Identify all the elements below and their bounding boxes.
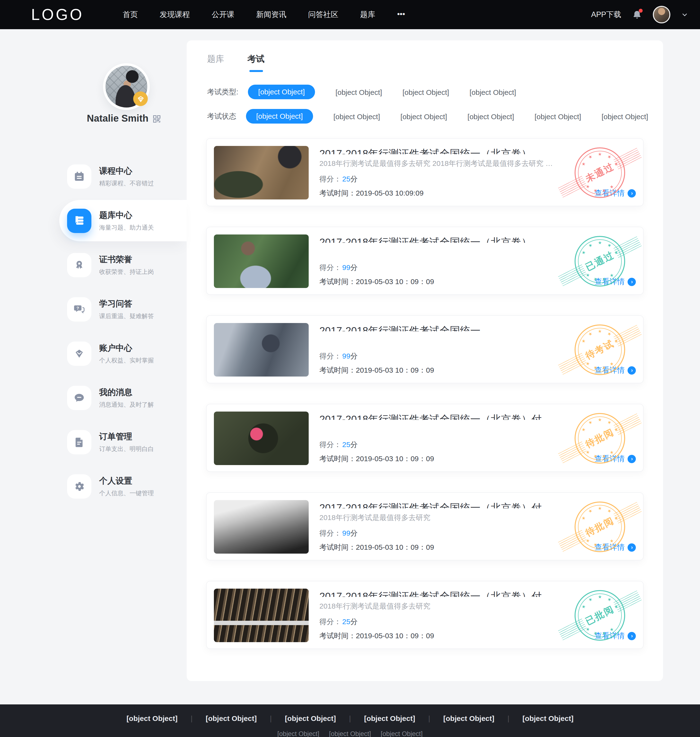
view-details-link[interactable]: 查看详情 › (594, 454, 636, 464)
score-value: 25 (342, 440, 350, 448)
arrow-right-icon: › (628, 189, 636, 198)
tab-exam[interactable]: 考试 (247, 53, 265, 72)
sidebar-item-question-bank[interactable]: 题库中心 海量习题、助力通关 (61, 199, 187, 243)
view-details-label: 查看详情 (594, 631, 625, 641)
exam-thumbnail (214, 234, 309, 288)
filter-option[interactable]: [object Object] (246, 109, 313, 124)
main-panel: 题库 考试 考试类型: [object Object] [object Obje… (187, 40, 663, 681)
sidebar-item-label: 证书荣誉 (99, 254, 154, 265)
sidebar-item-label: 账户中心 (99, 342, 154, 354)
view-details-link[interactable]: 查看详情 › (594, 631, 636, 641)
filter-option[interactable]: [object Object] (534, 112, 581, 120)
filter-option[interactable]: [object Object] (334, 112, 380, 120)
nav-item[interactable]: 题库 (360, 9, 375, 20)
sidebar-item-sublabel: 订单支出、明明白白 (99, 445, 154, 453)
nav-item[interactable]: 首页 (123, 9, 138, 20)
chevron-down-icon[interactable] (681, 11, 688, 18)
score-value: 99 (342, 352, 350, 360)
app-download-link[interactable]: APP下载 (591, 9, 621, 20)
notification-bell-icon[interactable] (632, 9, 642, 20)
footer-link[interactable]: [object Object] (415, 714, 494, 722)
footer-link[interactable]: [object Object] (494, 714, 574, 722)
sidebar-item-sublabel: 个人权益、实时掌握 (99, 356, 154, 365)
nav-item[interactable]: 新闻资讯 (256, 9, 286, 20)
view-details-link[interactable]: 查看详情 › (594, 188, 636, 199)
svg-text:?: ? (76, 306, 79, 310)
sidebar-item-certificates[interactable]: 证书荣誉 收获荣誉、持证上岗 (61, 243, 187, 287)
score-suffix: 分 (350, 175, 357, 183)
sidebar-item-sublabel: 海量习题、助力通关 (99, 224, 154, 232)
top-nav: LOGO 首页 发现课程 公开课 新闻资讯 问答社区 题库 ••• APP下载 (0, 0, 700, 29)
exam-time-row: 考试时间：2019-05-03 10：09：09 (319, 631, 434, 641)
sidebar-item-sublabel: 收获荣誉、持证上岗 (99, 268, 154, 276)
footer-links: [object Object] [object Object] [object … (126, 714, 574, 722)
exam-card: 2017-2018年行测证件考试全国统一（北京卷） 得分：99分 考试时间：20… (206, 227, 644, 295)
view-details-link[interactable]: 查看详情 › (594, 277, 636, 287)
sidebar-item-label: 题库中心 (99, 209, 154, 221)
score-label: 得分： (319, 263, 341, 271)
filter-option[interactable]: [object Object] (469, 88, 516, 96)
qr-code-icon[interactable] (153, 115, 161, 123)
filter-option[interactable]: [object Object] (601, 112, 648, 120)
nav-item[interactable]: 公开课 (212, 9, 234, 20)
exam-time-row: 考试时间：2019-05-03 10:09:09 (319, 189, 424, 198)
arrow-right-icon: › (628, 543, 636, 552)
filter-option[interactable]: [object Object] (403, 88, 449, 96)
nav-menu: 首页 发现课程 公开课 新闻资讯 问答社区 题库 ••• (123, 9, 405, 20)
exam-description: 2018年行测考试是最值得多去研究 (319, 602, 636, 610)
view-details-label: 查看详情 (594, 277, 625, 287)
sidebar-menu: 课程中心 精彩课程、不容错过 题库中心 海量习题、助力通关 (61, 154, 187, 509)
tab-question-bank[interactable]: 题库 (207, 53, 224, 72)
gap-strip (0, 693, 700, 705)
exam-status-filter-row: 考试状态 [object Object] [object Object] [ob… (207, 109, 663, 124)
exam-card: 2017-2018年行测证件考试全国统一（北京卷）付费批卷 得分：25分 考试时… (206, 404, 644, 472)
score-value: 25 (342, 617, 350, 626)
exam-card: 2017-2018年行测证件考试全国统一（北京卷）付费批卷 2018年行测考试是… (206, 492, 644, 560)
exam-title: 2017-2018年行测证件考试全国统一 (319, 324, 636, 331)
exam-thumbnail (214, 323, 309, 376)
active-tab-indicator (249, 70, 263, 72)
sidebar-item-messages[interactable]: 我的消息 消息通知、及时了解 (61, 376, 187, 420)
view-details-link[interactable]: 查看详情 › (594, 542, 636, 553)
exam-title: 2017-2018年行测证件考试全国统一（北京卷） (319, 147, 636, 154)
user-avatar[interactable] (653, 6, 671, 24)
footer-link[interactable]: [object Object] (178, 714, 257, 722)
filter-option[interactable]: [object Object] (335, 88, 382, 96)
sidebar-item-account[interactable]: 账户中心 个人权益、实时掌握 (61, 331, 187, 376)
exam-time-label: 考试时间： (319, 366, 356, 374)
view-details-link[interactable]: 查看详情 › (594, 366, 636, 376)
sidebar-item-orders[interactable]: 订单管理 订单支出、明明白白 (61, 420, 187, 464)
page: LOGO 首页 发现课程 公开课 新闻资讯 问答社区 题库 ••• APP下载 (0, 0, 700, 737)
nav-item[interactable]: 发现课程 (160, 9, 190, 20)
exam-description (319, 336, 636, 345)
filter-option[interactable]: [object Object] (248, 85, 315, 99)
sidebar-item-settings[interactable]: 个人设置 个人信息、一键管理 (61, 464, 187, 509)
exam-card: 2017-2018年行测证件考试全国统一（北京卷）付费批卷 2018年行测考试是… (206, 581, 644, 649)
profile-name: Natalie Smith (87, 113, 148, 124)
score-suffix: 分 (350, 617, 357, 626)
sidebar-item-courses[interactable]: 课程中心 精彩课程、不容错过 (61, 154, 187, 199)
score-label: 得分： (319, 352, 341, 360)
exam-title: 2017-2018年行测证件考试全国统一（北京卷）付费批卷 (319, 590, 636, 597)
filter-option[interactable]: [object Object] (468, 112, 514, 120)
footer-link[interactable]: [object Object] (257, 714, 336, 722)
nav-item[interactable]: 问答社区 (308, 9, 338, 20)
sidebar-item-qa[interactable]: ? 学习问答 课后重温、疑难解答 (61, 287, 187, 331)
score-suffix: 分 (350, 440, 357, 448)
exam-card: 2017-2018年行测证件考试全国统一 得分：99分 考试时间：2019-05… (206, 315, 644, 383)
footer-copyright-part: [object Object] (277, 730, 319, 737)
score-label: 得分： (319, 440, 341, 448)
exam-time-value: 2019-05-03 10：09：09 (356, 543, 434, 551)
sidebar-item-label: 订单管理 (99, 431, 154, 442)
exam-card: 2017-2018年行测证件考试全国统一（北京卷） 2018年行测考试是最值得多… (206, 138, 644, 206)
logo[interactable]: LOGO (31, 6, 84, 24)
score-suffix: 分 (350, 263, 357, 271)
nav-item[interactable]: ••• (397, 9, 405, 20)
filter-option[interactable]: [object Object] (400, 112, 447, 120)
footer-copyright-part: [object Object] (381, 730, 423, 737)
footer-link[interactable]: [object Object] (126, 714, 178, 722)
sidebar-item-label: 课程中心 (99, 165, 154, 176)
score-value: 99 (342, 529, 350, 537)
view-details-label: 查看详情 (594, 366, 625, 376)
footer-link[interactable]: [object Object] (336, 714, 415, 722)
